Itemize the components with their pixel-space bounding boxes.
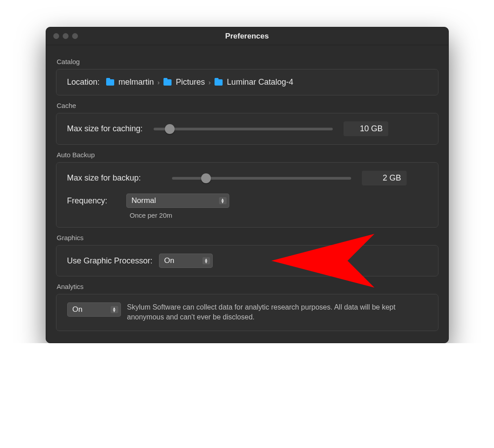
close-window-button[interactable]	[53, 33, 59, 39]
updown-arrows-icon: ▲▼	[111, 306, 118, 313]
frequency-select[interactable]: Normal ▲▼	[126, 194, 229, 208]
cache-panel: Max size for caching: 10 GB	[56, 113, 438, 145]
backup-max-label: Max size for backup:	[67, 173, 161, 183]
cache-max-label: Max size for caching:	[67, 124, 143, 134]
location-label: Location:	[67, 78, 100, 87]
window-controls	[46, 33, 78, 39]
section-label-analytics: Analytics	[57, 283, 438, 290]
analytics-value: On	[73, 305, 83, 314]
preferences-content: Catalog Location: melmartin › Pictures ›…	[46, 45, 448, 343]
chevron-right-icon: ›	[158, 78, 160, 86]
backup-size-slider[interactable]	[172, 177, 351, 180]
minimize-window-button[interactable]	[63, 33, 69, 39]
preferences-window: Preferences Catalog Location: melmartin …	[46, 27, 449, 343]
updown-arrows-icon: ▲▼	[219, 197, 227, 204]
catalog-path-breadcrumb[interactable]: melmartin › Pictures › Luminar Catalog-4	[106, 78, 293, 87]
zoom-window-button[interactable]	[72, 33, 78, 39]
gpu-value: On	[164, 256, 175, 265]
section-label-cache: Cache	[57, 102, 438, 109]
frequency-value: Normal	[132, 196, 156, 205]
titlebar[interactable]: Preferences	[46, 27, 448, 45]
updown-arrows-icon: ▲▼	[202, 257, 210, 264]
frequency-label: Frequency:	[67, 196, 120, 206]
chevron-right-icon: ›	[209, 78, 211, 86]
backup-size-value[interactable]: 2 GB	[362, 171, 407, 185]
analytics-select[interactable]: On ▲▼	[67, 302, 121, 317]
backup-panel: Max size for backup: 2 GB Frequency: Nor…	[56, 162, 438, 228]
catalog-panel: Location: melmartin › Pictures › Luminar…	[56, 69, 438, 95]
cache-size-slider[interactable]	[154, 128, 333, 130]
analytics-description: Skylum Software can collect data for ana…	[127, 302, 427, 323]
path-segment: melmartin	[119, 78, 154, 87]
cache-size-value[interactable]: 10 GB	[344, 121, 388, 136]
frequency-hint: Once per 20m	[130, 211, 427, 219]
graphics-panel: Use Graphic Processor: On ▲▼	[56, 245, 438, 276]
path-segment: Pictures	[176, 78, 205, 87]
section-label-backup: Auto Backup	[57, 151, 438, 159]
folder-icon	[106, 79, 114, 86]
folder-icon	[215, 79, 223, 86]
gpu-select[interactable]: On ▲▼	[159, 254, 213, 268]
section-label-graphics: Graphics	[57, 234, 438, 241]
gpu-label: Use Graphic Processor:	[67, 256, 153, 266]
folder-icon	[163, 79, 172, 86]
window-title: Preferences	[46, 32, 448, 41]
analytics-panel: On ▲▼ Skylum Software can collect data f…	[56, 294, 438, 331]
path-segment: Luminar Catalog-4	[227, 78, 293, 87]
slider-knob[interactable]	[201, 173, 211, 183]
section-label-catalog: Catalog	[57, 58, 438, 65]
slider-knob[interactable]	[165, 124, 175, 134]
